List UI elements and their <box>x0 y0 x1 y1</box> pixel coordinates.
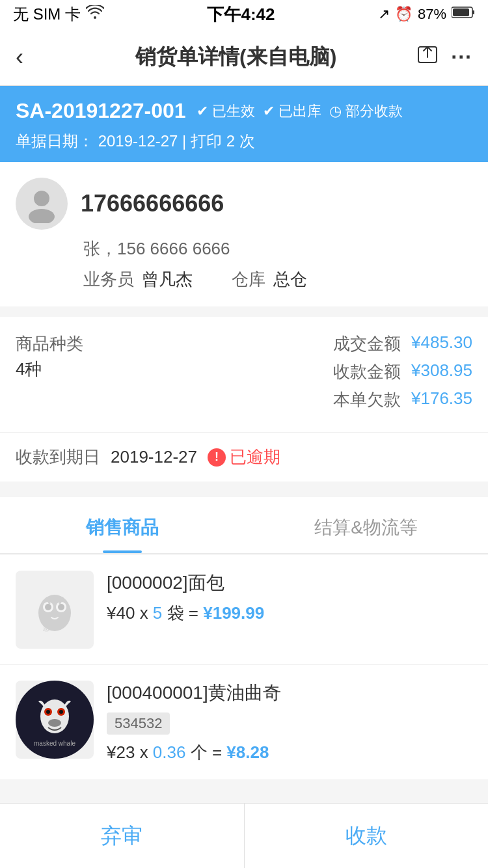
status-badges: ✔ 已生效 ✔ 已出库 ◷ 部分收款 <box>197 102 403 121</box>
due-section: 收款到期日 2019-12-27 ! 已逾期 <box>0 432 488 481</box>
page-title: 销货单详情(来自电脑) <box>55 43 417 72</box>
product-thumb-2: masked whale <box>16 681 94 759</box>
customer-row: 17666666666 <box>16 178 472 230</box>
product-item-2: masked whale [000400001]黄油曲奇 534532 ¥23 … <box>0 665 488 780</box>
debt-label: 本单欠款 <box>333 388 401 411</box>
svg-point-13 <box>40 699 69 733</box>
svg-point-4 <box>34 191 49 206</box>
order-banner-row1: SA-20191227-001 ✔ 已生效 ✔ 已出库 ◷ 部分收款 <box>16 99 472 123</box>
svg-text:masked whale: masked whale <box>34 740 75 747</box>
product-price-2: ¥23 x 0.36 个 = ¥8.28 <box>107 741 472 764</box>
share-icon[interactable] <box>417 44 438 70</box>
more-icon[interactable]: ··· <box>451 45 472 69</box>
sales-value: 曾凡杰 <box>142 268 193 291</box>
stats-section: 商品种类 4种 成交金额 ¥485.30 收款金额 ¥308.95 本单欠款 ¥… <box>0 317 488 432</box>
status-bar: 无 SIM 卡 下午4:42 ↗ ⏰ 87% <box>0 0 488 29</box>
badge-partial: ◷ 部分收款 <box>329 102 403 121</box>
battery-icon <box>452 6 475 23</box>
product-item: 思+ [0000002]面包 ¥40 x 5 袋 = ¥199.99 <box>0 555 488 665</box>
tab-settlement[interactable]: 结算&物流等 <box>244 497 488 553</box>
warehouse-value: 总仓 <box>273 268 307 291</box>
product-tag-2: 534532 <box>107 712 170 735</box>
abandon-button[interactable]: 弃审 <box>0 804 245 868</box>
debt-row: 本单欠款 ¥176.35 <box>333 388 472 411</box>
order-banner: SA-20191227-001 ✔ 已生效 ✔ 已出库 ◷ 部分收款 单据日期：… <box>0 86 488 162</box>
stats-left: 商品种类 4种 <box>16 332 83 381</box>
status-time: 下午4:42 <box>207 3 275 26</box>
product-price-1: ¥40 x 5 袋 = ¥199.99 <box>107 602 472 625</box>
back-button[interactable]: ‹ <box>16 44 55 71</box>
badge-active: ✔ 已生效 <box>197 102 255 121</box>
wifi-icon <box>86 5 104 23</box>
tab-sales-product[interactable]: 销售商品 <box>0 497 244 553</box>
nav-actions: ··· <box>417 44 472 70</box>
product-thumb-1: 思+ <box>16 571 94 649</box>
svg-point-16 <box>46 710 50 714</box>
received-value: ¥308.95 <box>411 360 472 383</box>
customer-section: 17666666666 张，156 6666 6666 业务员 曾凡杰 仓库 总… <box>0 162 488 306</box>
order-id: SA-20191227-001 <box>16 99 186 123</box>
overdue-text: 已逾期 <box>230 446 280 468</box>
svg-point-10 <box>58 604 64 610</box>
warehouse-label: 仓库 <box>232 268 265 291</box>
divider-1 <box>0 306 488 317</box>
carrier-text: 无 SIM 卡 <box>13 4 81 25</box>
stats-right: 成交金额 ¥485.30 收款金额 ¥308.95 本单欠款 ¥176.35 <box>333 332 472 416</box>
nav-bar: ‹ 销货单详情(来自电脑) ··· <box>0 29 488 86</box>
alarm-icon: ⏰ <box>395 6 413 23</box>
product-name-2: [000400001]黄油曲奇 <box>107 681 472 705</box>
svg-rect-1 <box>472 10 474 14</box>
svg-point-9 <box>45 604 51 610</box>
customer-meta: 业务员 曾凡杰 仓库 总仓 <box>83 268 472 291</box>
received-row: 收款金额 ¥308.95 <box>333 360 472 383</box>
bottom-bar: 弃审 收款 <box>0 803 488 868</box>
avatar <box>16 178 68 230</box>
customer-contact: 张，156 6666 6666 <box>83 237 472 260</box>
battery-text: 87% <box>418 6 446 23</box>
tabs-row: 销售商品 结算&物流等 <box>0 497 488 553</box>
status-left: 无 SIM 卡 <box>13 4 104 25</box>
svg-point-5 <box>29 209 55 223</box>
svg-point-18 <box>48 719 61 727</box>
warehouse-meta: 仓库 总仓 <box>232 268 307 291</box>
types-count: 4种 <box>16 358 83 381</box>
badge-shipped: ✔ 已出库 <box>263 102 321 121</box>
collect-button[interactable]: 收款 <box>245 804 489 868</box>
overdue-icon: ! <box>208 448 226 467</box>
product-info-2: [000400001]黄油曲奇 534532 ¥23 x 0.36 个 = ¥8… <box>107 681 472 764</box>
due-label: 收款到期日 <box>16 446 100 468</box>
customer-name: 17666666666 <box>81 190 224 217</box>
status-right: ↗ ⏰ 87% <box>378 6 475 23</box>
order-date: 单据日期： 2019-12-27 | 打印 2 次 <box>16 131 472 152</box>
due-date: 2019-12-27 <box>111 447 197 467</box>
types-label: 商品种类 <box>16 332 83 355</box>
svg-point-17 <box>59 710 63 714</box>
divider-2 <box>0 481 488 487</box>
amount-label: 成交金额 <box>333 332 401 355</box>
product-info-1: [0000002]面包 ¥40 x 5 袋 = ¥199.99 <box>107 571 472 625</box>
product-name-1: [0000002]面包 <box>107 571 472 595</box>
location-icon: ↗ <box>378 6 390 23</box>
overdue-badge: ! 已逾期 <box>208 446 280 468</box>
svg-rect-2 <box>453 8 469 16</box>
amount-row: 成交金额 ¥485.30 <box>333 332 472 355</box>
tabs-section: 销售商品 结算&物流等 <box>0 497 488 554</box>
received-label: 收款金额 <box>333 360 401 383</box>
sales-label: 业务员 <box>83 268 134 291</box>
amount-value: ¥485.30 <box>411 332 472 355</box>
sales-meta: 业务员 曾凡杰 <box>83 268 193 291</box>
svg-text:思+: 思+ <box>42 625 53 632</box>
debt-value: ¥176.35 <box>411 388 472 411</box>
products-section: 思+ [0000002]面包 ¥40 x 5 袋 = ¥199.99 <box>0 555 488 780</box>
